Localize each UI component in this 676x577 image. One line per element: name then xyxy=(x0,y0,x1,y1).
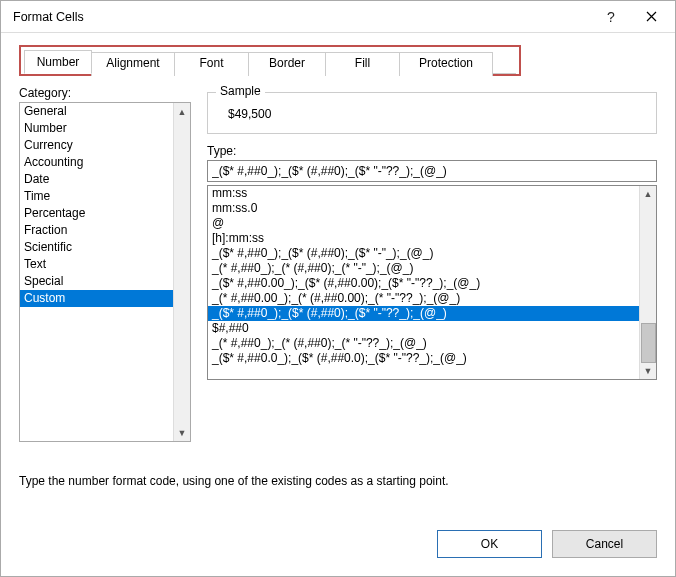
cancel-button[interactable]: Cancel xyxy=(552,530,657,558)
dialog-buttons: OK Cancel xyxy=(1,514,675,576)
category-item[interactable]: Scientific xyxy=(20,239,173,256)
scroll-down-icon[interactable]: ▼ xyxy=(174,424,190,441)
category-item[interactable]: Special xyxy=(20,273,173,290)
type-list-item[interactable]: @ xyxy=(208,216,639,231)
tabs-highlight-box: Number Alignment Font Border Fill Protec… xyxy=(19,45,521,76)
type-list-item[interactable]: [h]:mm:ss xyxy=(208,231,639,246)
hint-text: Type the number format code, using one o… xyxy=(19,474,657,488)
type-scrollbar[interactable]: ▲ ▼ xyxy=(639,186,656,379)
scroll-up-icon[interactable]: ▲ xyxy=(174,103,190,120)
category-item[interactable]: Fraction xyxy=(20,222,173,239)
type-list-item[interactable]: _($* #,##0_);_($* (#,##0);_($* "-"??_);_… xyxy=(208,306,639,321)
category-scrollbar[interactable]: ▲ ▼ xyxy=(173,103,190,441)
category-item[interactable]: Text xyxy=(20,256,173,273)
category-item[interactable]: General xyxy=(20,103,173,120)
category-item[interactable]: Number xyxy=(20,120,173,137)
sample-legend: Sample xyxy=(216,84,265,98)
tab-fill[interactable]: Fill xyxy=(325,52,400,76)
titlebar: Format Cells ? xyxy=(1,1,675,33)
category-item[interactable]: Date xyxy=(20,171,173,188)
category-label: Category: xyxy=(19,86,191,100)
scroll-up-icon[interactable]: ▲ xyxy=(640,186,656,203)
scroll-down-icon[interactable]: ▼ xyxy=(640,363,656,380)
type-list-item[interactable]: _(* #,##0_);_(* (#,##0);_(* "-"??_);_(@_… xyxy=(208,336,639,351)
tabs: Number Alignment Font Border Fill Protec… xyxy=(24,50,516,74)
type-list-item[interactable]: _(* #,##0.00_);_(* (#,##0.00);_(* "-"??_… xyxy=(208,291,639,306)
type-label: Type: xyxy=(207,144,657,158)
type-list-item[interactable]: mm:ss xyxy=(208,186,639,201)
window-title: Format Cells xyxy=(13,10,591,24)
category-item[interactable]: Time xyxy=(20,188,173,205)
tab-border[interactable]: Border xyxy=(248,52,326,76)
close-icon xyxy=(646,11,657,22)
sample-value: $49,500 xyxy=(222,107,642,121)
type-list-item[interactable]: _($* #,##0.00_);_($* (#,##0.00);_($* "-"… xyxy=(208,276,639,291)
ok-button[interactable]: OK xyxy=(437,530,542,558)
tab-alignment[interactable]: Alignment xyxy=(91,52,175,76)
type-list-item[interactable]: mm:ss.0 xyxy=(208,201,639,216)
category-item[interactable]: Percentage xyxy=(20,205,173,222)
sample-groupbox: Sample $49,500 xyxy=(207,92,657,134)
category-item[interactable]: Currency xyxy=(20,137,173,154)
type-list-item[interactable]: _(* #,##0_);_(* (#,##0);_(* "-"_);_(@_) xyxy=(208,261,639,276)
type-list-item[interactable]: $#,##0 xyxy=(208,321,639,336)
type-list-item[interactable]: _($* #,##0.0_);_($* (#,##0.0);_($* "-"??… xyxy=(208,351,639,366)
category-item[interactable]: Custom xyxy=(20,290,173,307)
help-button[interactable]: ? xyxy=(591,3,631,31)
tab-number[interactable]: Number xyxy=(24,50,92,74)
tab-font[interactable]: Font xyxy=(174,52,249,76)
scrollbar-thumb[interactable] xyxy=(641,323,656,363)
type-input[interactable] xyxy=(207,160,657,182)
type-list-item[interactable]: _($* #,##0_);_($* (#,##0);_($* "-"_);_(@… xyxy=(208,246,639,261)
tab-protection[interactable]: Protection xyxy=(399,52,493,76)
category-item[interactable]: Accounting xyxy=(20,154,173,171)
type-listbox[interactable]: mm:ssmm:ss.0@[h]:mm:ss_($* #,##0_);_($* … xyxy=(207,185,657,380)
format-cells-dialog: Format Cells ? Number Alignment Font Bor… xyxy=(0,0,676,577)
category-listbox[interactable]: GeneralNumberCurrencyAccountingDateTimeP… xyxy=(19,102,191,442)
close-button[interactable] xyxy=(631,3,671,31)
